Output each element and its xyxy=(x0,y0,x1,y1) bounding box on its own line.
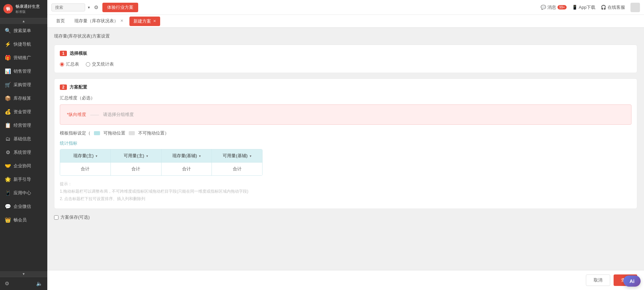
tip-item-0: 1.拖动标题栏可以调整布局，不可跨维度或指标区域拖动栏目字段(只能在同一维度或指… xyxy=(60,188,631,194)
stats-cell-available-main: 合计 xyxy=(111,163,162,175)
chevron-current-aux: ▾ xyxy=(199,154,201,158)
template-label-cross: 交叉统计表 xyxy=(92,61,114,67)
sidebar-item-enterprise[interactable]: 🤝企业协同 xyxy=(0,159,47,173)
sidebar-item-membership[interactable]: 👑畅会员 xyxy=(0,213,47,227)
sidebar-scroll-up[interactable]: ▲ xyxy=(0,18,47,24)
template-option-summary[interactable]: 汇总表 xyxy=(60,61,79,67)
indicator-label: 模板指标设定（ xyxy=(60,130,91,136)
sidebar-bottom: ⚙ 🔈 xyxy=(0,277,47,290)
sidebar-item-newbie[interactable]: 🌟新手引导 xyxy=(0,173,47,186)
sidebar-item-wechat[interactable]: 💬企业微信 xyxy=(0,200,47,213)
topbar-gear-icon[interactable]: ⚙ xyxy=(94,4,98,10)
sidebar-scroll-down[interactable]: ▼ xyxy=(0,271,47,277)
step1-title: 选择模板 xyxy=(70,50,87,56)
app-download-label: App下载 xyxy=(579,4,595,10)
indicators-row: 模板指标设定（ 可拖动位置 不可拖动位置） xyxy=(60,130,631,136)
step1-header: 1 选择模板 xyxy=(60,50,631,56)
chevron-available-aux: ▾ xyxy=(250,154,251,158)
stats-col-label-current-main: 现存量(主) xyxy=(73,153,94,159)
sidebar-item-operation[interactable]: 📋经营管理 xyxy=(0,119,47,132)
sidebar-label-search-menu: 搜索菜单 xyxy=(14,28,31,34)
topbar-dropdown[interactable]: ▾ xyxy=(88,5,90,10)
radio-cross[interactable] xyxy=(86,62,90,67)
tab-close-inventory-status[interactable]: ✕ xyxy=(120,19,123,23)
sidebar-icon-finance: 💰 xyxy=(5,109,11,115)
sidebar-icon-system: ⚙ xyxy=(5,149,11,155)
sidebar-label-basic-info: 基础信息 xyxy=(14,136,31,142)
message-icon: 💬 xyxy=(541,5,546,10)
tab-new-plan[interactable]: 新建方案✕ xyxy=(129,17,160,26)
sidebar-label-sales: 销售管理 xyxy=(14,68,31,74)
stats-col-current-main[interactable]: 现存量(主)▾ xyxy=(60,149,111,162)
app-download-item[interactable]: 📱 App下载 xyxy=(572,4,595,10)
sidebar-item-search-menu[interactable]: 🔍搜索菜单 xyxy=(0,24,47,38)
tips-section: 提示：1.拖动标题栏可以调整布局，不可跨维度或指标区域拖动栏目字段(只能在同一维… xyxy=(60,181,631,202)
user-avatar[interactable] xyxy=(630,3,640,12)
sidebar-label-wechat: 企业微信 xyxy=(14,203,31,210)
movable-label: 可拖动位置 xyxy=(103,130,125,136)
tab-label-inventory-status: 现存量（库存状况表） xyxy=(74,18,118,24)
topbar: ▾ ⚙ 体验行业方案 💬 消息 99+ 📱 App下载 🎧 在线客服 xyxy=(47,0,644,15)
search-input[interactable] xyxy=(51,3,85,11)
page-title: 现存量(库存状况表)方案设置 xyxy=(54,33,637,39)
content-area: 现存量(库存状况表)方案设置 1 选择模板 汇总表交叉统计表 2 方案配置 汇总… xyxy=(47,28,644,270)
trial-button[interactable]: 体验行业方案 xyxy=(102,3,138,12)
sidebar-item-finance[interactable]: 💰资金管理 xyxy=(0,105,47,119)
audio-icon[interactable]: 🔈 xyxy=(36,281,43,287)
sidebar-icon-enterprise: 🤝 xyxy=(5,163,11,169)
sidebar-icon-marketing: 🎁 xyxy=(5,55,11,61)
step2-section: 2 方案配置 汇总维度（必选） *纵向维度 —— 请选择分组维度 模板指标设定（… xyxy=(54,78,637,209)
chevron-current-main: ▾ xyxy=(96,154,97,158)
stats-col-available-main[interactable]: 可用量(主)▾ xyxy=(111,149,162,162)
message-badge: 99+ xyxy=(558,5,567,9)
template-option-cross[interactable]: 交叉统计表 xyxy=(86,61,114,67)
radio-summary[interactable] xyxy=(60,62,64,67)
dimension-box[interactable]: *纵向维度 —— 请选择分组维度 xyxy=(60,104,631,125)
sidebar-item-system[interactable]: ⚙系统管理 xyxy=(0,146,47,159)
sidebar-item-quick-nav[interactable]: ⚡快捷导航 xyxy=(0,38,47,51)
sidebar-label-quick-nav: 快捷导航 xyxy=(14,41,31,47)
sidebar-icon-sales: 📊 xyxy=(5,68,11,74)
online-service-item[interactable]: 🎧 在线客服 xyxy=(601,4,625,10)
stats-col-available-aux[interactable]: 可用量(基辅)▾ xyxy=(212,149,262,162)
stats-col-current-aux[interactable]: 现存量(基辅)▾ xyxy=(162,149,212,162)
sidebar-item-app-center[interactable]: 📱应用中心 xyxy=(0,186,47,200)
sidebar-label-purchase: 采购管理 xyxy=(14,82,31,88)
main-area: ▾ ⚙ 体验行业方案 💬 消息 99+ 📱 App下载 🎧 在线客服 首页现存量… xyxy=(47,0,644,290)
sidebar-icon-inventory: 📦 xyxy=(5,95,11,101)
tab-home[interactable]: 首页 xyxy=(51,15,70,27)
save-checkbox[interactable] xyxy=(54,215,58,220)
sidebar-icon-quick-nav: ⚡ xyxy=(5,41,11,47)
sidebar-item-inventory[interactable]: 📦库存核算 xyxy=(0,92,47,105)
sidebar-item-marketing[interactable]: 🎁营销推广 xyxy=(0,51,47,65)
logo-text: 畅康通好生意 标准版 xyxy=(16,4,40,14)
stats-col-label-current-aux: 现存量(基辅) xyxy=(172,153,197,159)
sidebar-icon-wechat: 💬 xyxy=(5,203,11,210)
template-options: 汇总表交叉统计表 xyxy=(60,61,631,67)
chevron-available-main: ▾ xyxy=(146,154,148,158)
tab-close-new-plan[interactable]: ✕ xyxy=(153,19,156,23)
stats-label: 统计指标 xyxy=(60,140,631,146)
tabs-bar: 首页现存量（库存状况表）✕新建方案✕ xyxy=(47,15,644,28)
sidebar-item-purchase[interactable]: 🛒采购管理 xyxy=(0,78,47,92)
sidebar-item-sales[interactable]: 📊销售管理 xyxy=(0,65,47,78)
stats-table-body: 合计合计合计合计 xyxy=(60,162,262,175)
movable-tag-box xyxy=(94,131,100,135)
message-item[interactable]: 💬 消息 99+ xyxy=(541,4,567,10)
save-option-label[interactable]: 方案保存(可选) xyxy=(60,214,90,220)
fixed-tag-box xyxy=(129,131,135,135)
sidebar-item-basic-info[interactable]: 🗂基础信息 xyxy=(0,132,47,146)
sidebar-icon-newbie: 🌟 xyxy=(5,176,11,183)
sidebar-icon-membership: 👑 xyxy=(5,217,11,223)
sidebar-icon-operation: 📋 xyxy=(5,122,11,128)
sidebar-label-marketing: 营销推广 xyxy=(14,55,31,61)
sidebar-label-enterprise: 企业协同 xyxy=(14,163,31,169)
cancel-button[interactable]: 取消 xyxy=(586,274,610,286)
ai-bubble[interactable]: Ai xyxy=(623,275,641,287)
sidebar-label-inventory: 库存核算 xyxy=(14,95,31,101)
step1-badge: 1 xyxy=(60,51,67,56)
settings-icon[interactable]: ⚙ xyxy=(5,281,9,287)
fixed-label: 不可拖动位置） xyxy=(138,130,169,136)
sidebar-label-system: 系统管理 xyxy=(14,149,31,155)
tab-inventory-status[interactable]: 现存量（库存状况表）✕ xyxy=(70,15,128,27)
